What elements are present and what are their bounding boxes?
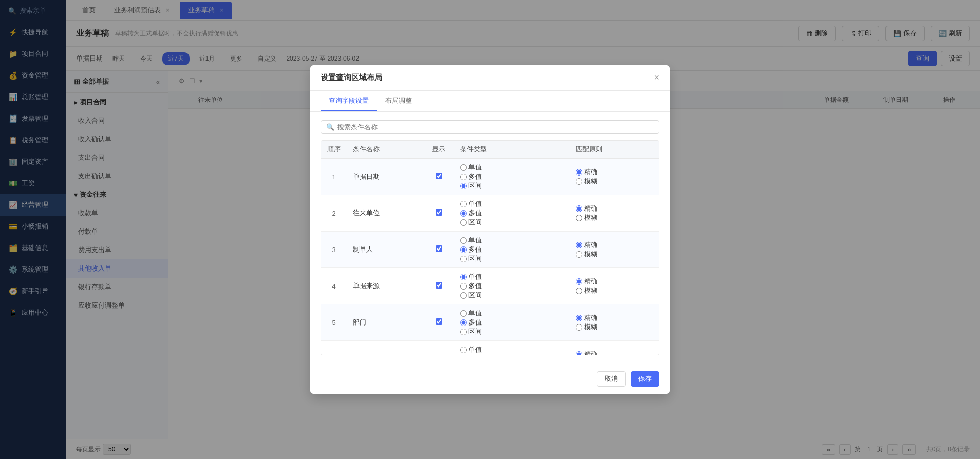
row-order: 4 <box>321 268 347 304</box>
type-range[interactable]: 区间 <box>460 254 563 263</box>
modal-table-row: 4单据来源单值多值区间精确模糊 <box>321 268 659 304</box>
match-exact[interactable]: 精确 <box>576 240 653 250</box>
modal-footer: 取消 保存 <box>310 364 670 394</box>
match-exact[interactable]: 精确 <box>576 277 653 286</box>
type-single[interactable]: 单值 <box>460 272 563 281</box>
row-name: 单据日期 <box>347 159 423 195</box>
row-type: 单值多值区间 <box>454 304 569 341</box>
modal-tab-query[interactable]: 查询字段设置 <box>321 91 377 111</box>
modal-overlay[interactable]: 设置查询区域布局 × 查询字段设置 布局调整 🔍 顺序 条件 <box>0 0 980 459</box>
modal-save-button[interactable]: 保存 <box>631 371 659 387</box>
save-label: 保存 <box>638 374 652 384</box>
match-exact[interactable]: 精确 <box>576 350 653 355</box>
row-display[interactable] <box>423 195 454 232</box>
row-order: 5 <box>321 304 347 341</box>
row-display[interactable] <box>423 268 454 304</box>
match-exact[interactable]: 精确 <box>576 204 653 213</box>
type-single[interactable]: 单值 <box>460 199 563 208</box>
type-multi[interactable]: 多值 <box>460 245 563 254</box>
match-fuzzy[interactable]: 模糊 <box>576 286 653 295</box>
row-match: 精确模糊 <box>570 195 659 232</box>
modal-table-row: 6业务员单值多值区间精确模糊 <box>321 341 659 356</box>
match-exact[interactable]: 精确 <box>576 313 653 322</box>
row-type: 单值多值区间 <box>454 268 569 304</box>
type-multi[interactable]: 多值 <box>460 281 563 291</box>
row-order: 3 <box>321 232 347 268</box>
col-name: 条件名称 <box>347 141 423 159</box>
modal-table-row: 3制单人单值多值区间精确模糊 <box>321 232 659 268</box>
modal-header: 设置查询区域布局 × <box>310 65 670 91</box>
modal-table-container: 顺序 条件名称 显示 条件类型 匹配原则 1单据日期单值多值区间精确模糊2往来单… <box>321 140 659 355</box>
col-display: 显示 <box>423 141 454 159</box>
type-single[interactable]: 单值 <box>460 236 563 245</box>
row-name: 业务员 <box>347 341 423 356</box>
modal-title: 设置查询区域布局 <box>321 73 382 83</box>
type-multi[interactable]: 多值 <box>460 172 563 181</box>
type-range[interactable]: 区间 <box>460 181 563 190</box>
col-type: 条件类型 <box>454 141 569 159</box>
row-match: 精确模糊 <box>570 232 659 268</box>
match-fuzzy[interactable]: 模糊 <box>576 250 653 259</box>
modal-cancel-button[interactable]: 取消 <box>597 371 626 387</box>
type-range[interactable]: 区间 <box>460 327 563 336</box>
display-checkbox[interactable] <box>436 318 442 325</box>
row-name: 部门 <box>347 304 423 341</box>
display-checkbox[interactable] <box>436 282 442 289</box>
match-fuzzy[interactable]: 模糊 <box>576 177 653 186</box>
display-checkbox[interactable] <box>436 355 442 355</box>
display-checkbox[interactable] <box>436 245 442 252</box>
row-match: 精确模糊 <box>570 341 659 356</box>
row-name: 单据来源 <box>347 268 423 304</box>
modal-tab-layout[interactable]: 布局调整 <box>377 91 420 111</box>
modal-body: 🔍 顺序 条件名称 显示 条件类型 匹配原则 1单据日期 <box>310 112 670 364</box>
modal-table-row: 5部门单值多值区间精确模糊 <box>321 304 659 341</box>
row-match: 精确模糊 <box>570 159 659 195</box>
display-checkbox[interactable] <box>436 209 442 216</box>
type-multi[interactable]: 多值 <box>460 354 563 355</box>
modal-search-input[interactable] <box>337 123 654 131</box>
match-fuzzy[interactable]: 模糊 <box>576 322 653 332</box>
modal-close-button[interactable]: × <box>654 72 659 83</box>
row-order: 6 <box>321 341 347 356</box>
row-display[interactable] <box>423 159 454 195</box>
modal-search-icon: 🔍 <box>326 123 334 131</box>
type-range[interactable]: 区间 <box>460 291 563 300</box>
display-checkbox[interactable] <box>436 173 442 179</box>
type-multi[interactable]: 多值 <box>460 318 563 327</box>
modal-table-row: 1单据日期单值多值区间精确模糊 <box>321 159 659 195</box>
modal-tabs: 查询字段设置 布局调整 <box>310 91 670 112</box>
modal: 设置查询区域布局 × 查询字段设置 布局调整 🔍 顺序 条件 <box>310 65 670 394</box>
match-exact[interactable]: 精确 <box>576 167 653 177</box>
modal-search-bar: 🔍 <box>321 120 659 134</box>
modal-tab-query-label: 查询字段设置 <box>329 97 369 104</box>
row-display[interactable] <box>423 341 454 356</box>
type-range[interactable]: 区间 <box>460 218 563 227</box>
row-name: 制单人 <box>347 232 423 268</box>
modal-table-body: 1单据日期单值多值区间精确模糊2往来单位单值多值区间精确模糊3制单人单值多值区间… <box>321 159 659 356</box>
type-single[interactable]: 单值 <box>460 163 563 172</box>
modal-tab-layout-label: 布局调整 <box>385 97 412 104</box>
row-order: 1 <box>321 159 347 195</box>
row-type: 单值多值区间 <box>454 341 569 356</box>
col-order: 顺序 <box>321 141 347 159</box>
row-display[interactable] <box>423 232 454 268</box>
row-name: 往来单位 <box>347 195 423 232</box>
type-single[interactable]: 单值 <box>460 309 563 318</box>
modal-table: 顺序 条件名称 显示 条件类型 匹配原则 1单据日期单值多值区间精确模糊2往来单… <box>321 141 659 355</box>
row-match: 精确模糊 <box>570 304 659 341</box>
match-fuzzy[interactable]: 模糊 <box>576 213 653 222</box>
cancel-label: 取消 <box>605 374 618 384</box>
modal-table-row: 2往来单位单值多值区间精确模糊 <box>321 195 659 232</box>
row-type: 单值多值区间 <box>454 159 569 195</box>
type-single[interactable]: 单值 <box>460 345 563 354</box>
row-display[interactable] <box>423 304 454 341</box>
row-type: 单值多值区间 <box>454 232 569 268</box>
type-multi[interactable]: 多值 <box>460 208 563 218</box>
col-match: 匹配原则 <box>570 141 659 159</box>
row-order: 2 <box>321 195 347 232</box>
row-type: 单值多值区间 <box>454 195 569 232</box>
row-match: 精确模糊 <box>570 268 659 304</box>
modal-table-header: 顺序 条件名称 显示 条件类型 匹配原则 <box>321 141 659 159</box>
